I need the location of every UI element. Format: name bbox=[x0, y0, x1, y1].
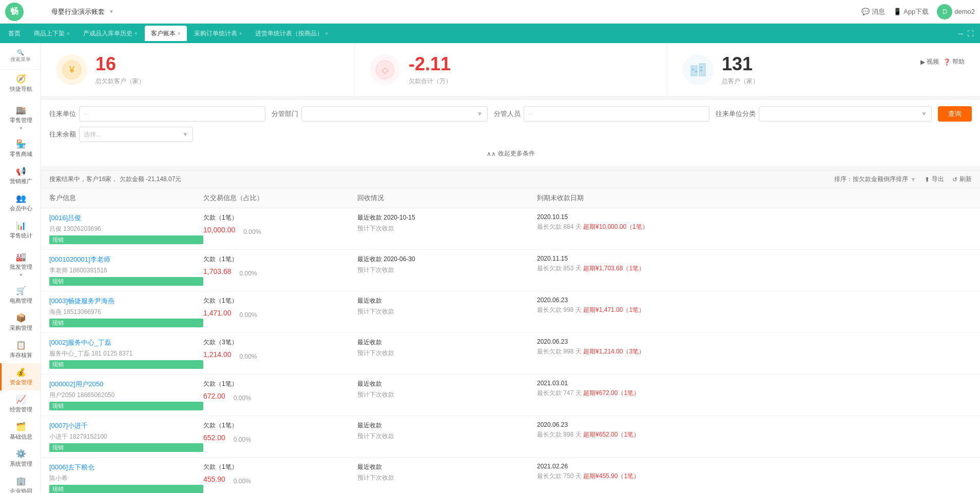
sidebar-item-marketing[interactable]: 📢 营销推广 bbox=[0, 162, 41, 189]
customer-name-5[interactable]: [000002]用户2050 bbox=[49, 380, 203, 389]
sidebar-item-base-info[interactable]: 🗂️ 基础信息 bbox=[0, 418, 41, 445]
table-row: [0001020001]李老师 李老师 18600391516 现销 欠款（1笔… bbox=[41, 250, 980, 291]
overdue-link-4[interactable]: 超期¥1,214.00（3笔） bbox=[583, 348, 645, 355]
source-category-input[interactable]: ▼ bbox=[759, 106, 932, 122]
sidebar-item-quicknav[interactable]: 🧭 快捷导航 bbox=[0, 70, 41, 97]
svg-rect-9 bbox=[700, 70, 702, 71]
app-download-btn[interactable]: 📱 App下载 bbox=[893, 7, 929, 16]
overdue-info-6: 2020.06.23 最长欠款 998 天 超期¥652.00（1笔） bbox=[537, 421, 972, 439]
person-dots-icon: ··· bbox=[528, 110, 533, 117]
customer-name-1[interactable]: [0016]吕俊 bbox=[49, 213, 203, 223]
search-button[interactable]: 查询 bbox=[938, 106, 972, 122]
category-arrow-icon: ▼ bbox=[921, 110, 927, 117]
tab-order[interactable]: 采购订单统计表 × bbox=[188, 26, 248, 41]
overdue-link-5[interactable]: 超期¥672.00（1笔） bbox=[583, 389, 640, 397]
sidebar-item-warehouse[interactable]: 📋 库存核算 bbox=[0, 336, 41, 363]
purchase-label: 采购管理 bbox=[10, 324, 32, 332]
overdue-link-7[interactable]: 超期¥455.90（1笔） bbox=[583, 472, 640, 480]
help-icon: ❓ bbox=[943, 58, 951, 66]
debt-amount-4: 1,214.00 bbox=[203, 350, 232, 359]
source-unit-input[interactable]: ··· bbox=[79, 106, 265, 122]
tab-home[interactable]: 首页 bbox=[2, 26, 27, 41]
overdue-link-3[interactable]: 超期¥1,471.00（1笔） bbox=[583, 306, 645, 313]
debt-pct-5: 0.00% bbox=[234, 395, 251, 402]
search-menu-label: 搜索菜单 bbox=[4, 56, 36, 63]
avatar: D bbox=[937, 4, 952, 19]
dept-input[interactable]: ▼ bbox=[301, 106, 488, 122]
sidebar-item-enterprise[interactable]: 🏢 企业协同 bbox=[0, 472, 41, 493]
results-actions: 排序：按欠款金额倒序排序 ▼ ⬆ 导出 ↺ 刷新 bbox=[834, 175, 972, 184]
overdue-date-5: 2021.03.01 bbox=[537, 380, 972, 387]
customer-name-6[interactable]: [0007]小进千 bbox=[49, 421, 203, 430]
overdue-link-1[interactable]: 超期¥10,000.00（1笔） bbox=[583, 223, 648, 230]
customer-name-4[interactable]: [0002]服务中心_丁磊 bbox=[49, 338, 203, 347]
tab-stats[interactable]: 进货单统计表（按商品） × bbox=[249, 26, 334, 41]
top-right: 💬 消息 📱 App下载 D demo2 bbox=[861, 4, 975, 19]
svg-text:¥: ¥ bbox=[69, 65, 75, 75]
tab-account-label: 客户账本 bbox=[151, 29, 176, 38]
tab-account-close[interactable]: × bbox=[178, 31, 181, 36]
customer-contact-1: 吕俊 13026203696 bbox=[49, 225, 203, 233]
top-bar: 畅 母婴行业演示账套 ▼ 💬 消息 📱 App下载 D demo2 bbox=[0, 0, 980, 24]
stat-info-customers: 16 总欠款客户（家） bbox=[95, 53, 145, 86]
ecommerce-label: 电商管理 bbox=[10, 297, 32, 305]
customer-name-2[interactable]: [0001020001]李老师 bbox=[49, 255, 203, 264]
collapse-btn[interactable]: ∧∧ 收起更多条件 bbox=[487, 147, 535, 160]
overdue-link-2[interactable]: 超期¥1,703.68（1笔） bbox=[583, 265, 645, 272]
sidebar-item-batch-mgmt[interactable]: 🏭 批发管理 ▼ bbox=[0, 248, 41, 282]
tab-inventory-close[interactable]: × bbox=[134, 31, 138, 36]
debt-count-3: 欠款（1笔） bbox=[203, 297, 357, 305]
sidebar-item-retail-mgmt[interactable]: 🏬 零售管理 ▼ bbox=[0, 101, 41, 135]
message-icon: 💬 bbox=[861, 8, 870, 15]
window-maximize[interactable]: ⛶ bbox=[967, 30, 974, 37]
retail-mgmt-label: 零售管理 bbox=[10, 116, 32, 124]
sidebar-item-operations[interactable]: 📈 经营管理 bbox=[0, 390, 41, 418]
person-input[interactable]: ··· bbox=[524, 106, 710, 122]
sort-arrow-icon: ▼ bbox=[910, 176, 916, 183]
debt-info-6: 欠款（1笔） 652.00 0.00% bbox=[203, 421, 357, 443]
tab-inventory[interactable]: 产成品入库单历史 × bbox=[77, 26, 144, 41]
svg-rect-6 bbox=[692, 69, 694, 70]
view-btn[interactable]: ▶ 视频 bbox=[920, 57, 939, 66]
tab-stats-close[interactable]: × bbox=[325, 31, 328, 36]
sidebar-item-members[interactable]: 👥 会员中心 bbox=[0, 189, 41, 216]
search-menu-btn[interactable]: 🔍 搜索菜单 bbox=[2, 47, 39, 65]
window-minimize[interactable]: ─ bbox=[958, 30, 963, 37]
table-header: 客户信息 欠交易信息（占比） 回收情况 到期未收款日期 bbox=[41, 188, 980, 208]
sidebar-item-ecommerce[interactable]: 🛒 电商管理 bbox=[0, 282, 41, 309]
system-name: 母婴行业演示账套 bbox=[51, 7, 105, 16]
customer-name-7[interactable]: [0006]去下粮仓 bbox=[49, 463, 203, 472]
tab-stats-label: 进货单统计表（按商品） bbox=[255, 29, 323, 38]
sidebar-item-retail-stats[interactable]: 📊 零售统计 bbox=[0, 216, 41, 244]
tab-account[interactable]: 客户账本 × bbox=[145, 26, 187, 41]
debt-info-3: 欠款（1笔） 1,471.00 0.00% bbox=[203, 297, 357, 319]
payment-last-7: 最近收款 bbox=[357, 463, 537, 471]
message-label: 消息 bbox=[872, 7, 885, 16]
export-btn[interactable]: ⬆ 导出 bbox=[925, 175, 944, 184]
sort-select[interactable]: 排序：按欠款金额倒序排序 ▼ bbox=[834, 175, 916, 184]
refresh-btn[interactable]: ↺ 刷新 bbox=[952, 175, 972, 184]
tab-order-close[interactable]: × bbox=[239, 31, 242, 36]
batch-mgmt-arrow: ▼ bbox=[19, 272, 24, 278]
debt-pct-3: 0.00% bbox=[240, 311, 257, 319]
dropdown-icon: ▼ bbox=[109, 9, 114, 14]
sidebar-item-finance[interactable]: 💰 资金管理 bbox=[0, 363, 41, 390]
overdue-days-6: 最长欠款 998 天 超期¥652.00（1笔） bbox=[537, 430, 972, 439]
system-select-area[interactable]: 母婴行业演示账套 ▼ bbox=[46, 7, 119, 16]
help-btn[interactable]: ❓ 帮助 bbox=[943, 57, 965, 66]
message-btn[interactable]: 💬 消息 bbox=[861, 7, 885, 16]
debt-count-6: 欠款（1笔） bbox=[203, 421, 357, 430]
base-info-label: 基础信息 bbox=[10, 433, 32, 441]
user-area[interactable]: D demo2 bbox=[937, 4, 975, 19]
payment-last-2: 最近收款 2020-06-30 bbox=[357, 255, 537, 264]
tab-products[interactable]: 商品上下架 × bbox=[28, 26, 76, 41]
customer-name-3[interactable]: [0003]畅捷服务尹海燕 bbox=[49, 297, 203, 306]
filter-row-2: 往来余额 选择... ▼ bbox=[49, 127, 972, 142]
filter-area: 往来单位 ··· 分管部门 ▼ 分管人员 ··· bbox=[41, 100, 980, 166]
balance-input[interactable]: 选择... ▼ bbox=[79, 127, 193, 142]
overdue-link-6[interactable]: 超期¥652.00（1笔） bbox=[583, 431, 640, 438]
tab-products-close[interactable]: × bbox=[67, 31, 70, 36]
sidebar-item-purchase[interactable]: 📦 采购管理 bbox=[0, 309, 41, 336]
sidebar-item-system[interactable]: ⚙️ 系统管理 bbox=[0, 445, 41, 472]
sidebar-item-retail-mall[interactable]: 🏪 零售商城 bbox=[0, 135, 41, 162]
